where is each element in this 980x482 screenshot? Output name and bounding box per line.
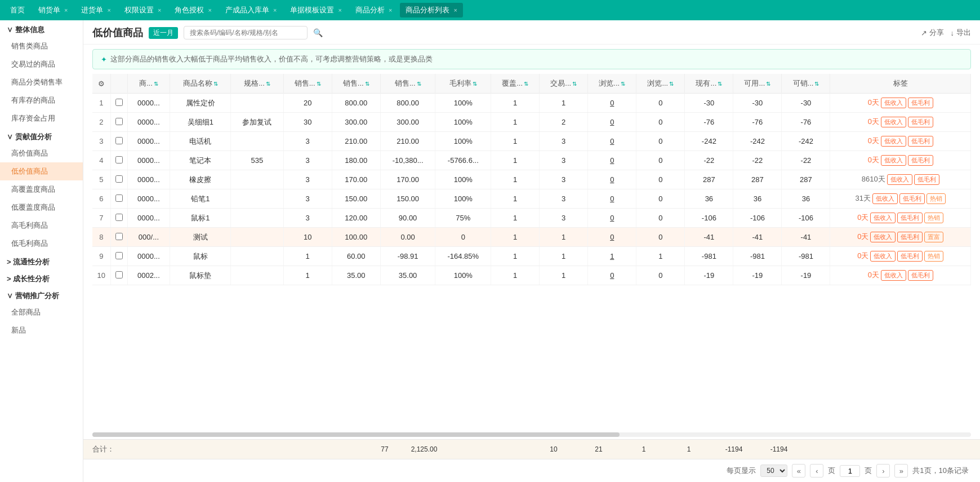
sidebar-item-高毛利商品[interactable]: 高毛利商品	[0, 216, 83, 235]
row-checkbox-2[interactable]	[115, 118, 123, 125]
row-stock: -106	[702, 214, 716, 222]
row-browse1[interactable]: 1	[610, 252, 614, 260]
sort-icon-12[interactable]: ⇅	[669, 81, 674, 87]
share-button[interactable]: ↗ 分享	[921, 28, 944, 38]
row-spec: 参加复试	[242, 118, 271, 126]
sidebar-item-高价值商品[interactable]: 高价值商品	[0, 144, 83, 162]
row-browse2: 0	[658, 233, 662, 241]
col-header-6[interactable]: 销售...⇅	[332, 74, 380, 94]
sort-icon-9[interactable]: ⇅	[524, 81, 528, 87]
sidebar-group-营销推广分析[interactable]: ∨ 营销推广分析	[0, 286, 83, 303]
row-browse1[interactable]: 0	[610, 118, 614, 126]
col-header-7[interactable]: 销售...⇅	[380, 74, 435, 94]
sidebar-group-贡献值分析[interactable]: ∨ 贡献值分析	[0, 127, 83, 144]
sidebar-item-全部商品[interactable]: 全部商品	[0, 303, 83, 321]
nav-item-角色授权[interactable]: 角色授权 ×	[169, 3, 217, 17]
row-browse1[interactable]: 0	[610, 194, 614, 203]
col-header-4[interactable]: 规格...⇅	[231, 74, 283, 94]
sidebar-item-商品分类销售率[interactable]: 商品分类销售率	[0, 73, 83, 91]
sort-icon-7[interactable]: ⇅	[417, 81, 421, 87]
col-label-12: 浏览...	[647, 79, 668, 87]
row-price2: 150.00	[397, 194, 419, 203]
last-page-btn[interactable]: »	[894, 464, 908, 477]
col-header-9[interactable]: 覆盖...⇅	[491, 74, 540, 94]
col-header-8[interactable]: 毛利率⇅	[435, 74, 491, 94]
row-days: 8610天	[862, 175, 885, 183]
prev-page-btn[interactable]: ‹	[810, 464, 823, 477]
row-browse1[interactable]: 0	[610, 137, 614, 145]
sidebar-item-库存资金占用[interactable]: 库存资金占用	[0, 109, 83, 127]
col-header-5[interactable]: 销售...⇅	[283, 74, 332, 94]
sort-icon-8[interactable]: ⇅	[473, 81, 477, 87]
per-page-select[interactable]: 50	[760, 465, 787, 477]
row-browse1[interactable]: 0	[610, 99, 614, 107]
row-browse2: 0	[658, 271, 662, 280]
row-price1: 180.00	[345, 156, 367, 165]
sidebar-group-流通性分析[interactable]: > 流通性分析	[0, 253, 83, 269]
nav-item-商品分析[interactable]: 商品分析 ×	[350, 3, 398, 17]
col-header-13[interactable]: 现有...⇅	[685, 74, 733, 94]
sort-icon-5[interactable]: ⇅	[317, 81, 321, 87]
sidebar-item-低价值商品[interactable]: 低价值商品	[0, 162, 83, 180]
nav-item-首页[interactable]: 首页	[5, 3, 30, 17]
sort-icon-15[interactable]: ⇅	[814, 81, 819, 87]
row-name: 橡皮擦	[189, 175, 211, 184]
sidebar-item-销售类商品[interactable]: 销售类商品	[0, 37, 83, 55]
col-header-10[interactable]: 交易...⇅	[540, 74, 588, 94]
sort-icon-3[interactable]: ⇅	[213, 81, 218, 87]
row-browse1[interactable]: 0	[610, 175, 614, 184]
row-checkbox-4[interactable]	[115, 156, 123, 163]
col-header-3[interactable]: 商品名称⇅	[170, 74, 231, 94]
nav-item-权限设置[interactable]: 权限设置 ×	[119, 3, 167, 17]
sidebar-item-有库存的商品[interactable]: 有库存的商品	[0, 91, 83, 109]
sort-icon-6[interactable]: ⇅	[365, 81, 369, 87]
sidebar-item-低毛利商品[interactable]: 低毛利商品	[0, 235, 83, 253]
sidebar-group-成长性分析[interactable]: > 成长性分析	[0, 269, 83, 286]
export-button[interactable]: ↓ 导出	[951, 28, 972, 38]
row-checkbox-10[interactable]	[115, 271, 123, 278]
row-avail: -76	[752, 118, 763, 126]
nav-item-进货单[interactable]: 进货单 ×	[75, 3, 116, 17]
sidebar-item-交易过的商品[interactable]: 交易过的商品	[0, 55, 83, 73]
nav-item-单据模板设置[interactable]: 单据模板设置 ×	[284, 3, 347, 17]
nav-item-产成品入库单[interactable]: 产成品入库单 ×	[220, 3, 282, 17]
sort-icon-10[interactable]: ⇅	[572, 81, 577, 87]
sidebar-item-低覆盖度商品[interactable]: 低覆盖度商品	[0, 198, 83, 216]
col-header-12[interactable]: 浏览...⇅	[636, 74, 685, 94]
row-browse1[interactable]: 0	[610, 233, 614, 241]
col-header-2[interactable]: 商...⇅	[127, 74, 170, 94]
col-header-14[interactable]: 可用...⇅	[733, 74, 782, 94]
next-page-btn[interactable]: ›	[876, 464, 890, 477]
row-checkbox-3[interactable]	[115, 137, 123, 144]
search-input[interactable]	[184, 26, 308, 39]
sidebar-item-高覆盖度商品[interactable]: 高覆盖度商品	[0, 180, 83, 198]
sort-icon-4[interactable]: ⇅	[266, 81, 270, 87]
sort-icon-14[interactable]: ⇅	[766, 81, 770, 87]
row-checkbox-5[interactable]	[115, 175, 123, 183]
row-price1: 300.00	[345, 118, 367, 126]
page-number-input[interactable]	[840, 465, 860, 477]
row-browse1[interactable]: 0	[610, 156, 614, 165]
sort-icon-2[interactable]: ⇅	[154, 81, 158, 87]
first-page-btn[interactable]: «	[792, 464, 805, 477]
row-days: 0天	[857, 251, 868, 260]
filter-tag[interactable]: 近一月	[149, 27, 178, 39]
row-browse1[interactable]: 0	[610, 271, 614, 280]
row-checkbox-1[interactable]	[115, 99, 123, 106]
col-header-11[interactable]: 浏览...⇅	[588, 74, 636, 94]
sort-icon-11[interactable]: ⇅	[621, 81, 625, 87]
row-browse1[interactable]: 0	[610, 214, 614, 222]
row-checkbox-6[interactable]	[115, 194, 123, 202]
sidebar-group-整体信息[interactable]: ∨ 整体信息	[0, 20, 83, 37]
sort-icon-13[interactable]: ⇅	[718, 81, 722, 87]
row-checkbox-8[interactable]	[115, 233, 123, 240]
sidebar-item-新品[interactable]: 新品	[0, 321, 83, 339]
row-checkbox-7[interactable]	[115, 214, 123, 221]
nav-item-商品分析列表[interactable]: 商品分析列表 ×	[400, 3, 462, 17]
search-icon[interactable]: 🔍	[313, 28, 323, 37]
row-checkbox-9[interactable]	[115, 252, 123, 259]
row-tag: 低毛利	[897, 213, 923, 223]
col-header-15[interactable]: 可销...⇅	[782, 74, 830, 94]
nav-item-销货单[interactable]: 销货单 ×	[33, 3, 73, 17]
row-code: 0000...	[137, 175, 160, 184]
